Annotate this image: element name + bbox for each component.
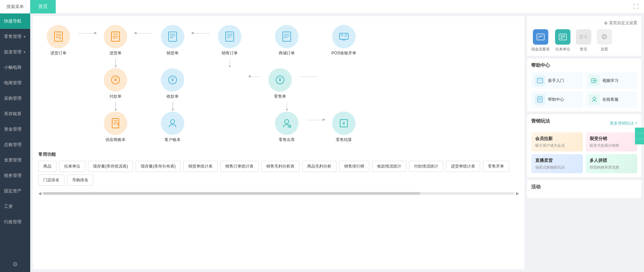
func-btn-goods-profit[interactable]: 商品毛利分析 <box>302 161 336 172</box>
marketing-item-live[interactable]: 直播卖货 场景式购物新玩法 <box>531 154 583 173</box>
func-btn-sales-rank[interactable]: 销售排行榜 <box>339 161 369 172</box>
float-btn-hotline[interactable]: 客服热线 <box>635 128 644 133</box>
node-retail-bill-label: 零售单 <box>274 94 286 99</box>
sidebar-item-quick-nav[interactable]: 快捷导航 <box>0 13 30 29</box>
sidebar-item-retail[interactable]: 零售管理 ▼ <box>0 29 30 44</box>
customize-homepage-button[interactable]: ⚙ 首页自定义设置 <box>604 20 637 26</box>
sidebar-item-purchase[interactable]: 采购管理 <box>0 91 30 106</box>
svg-text:¥: ¥ <box>171 77 174 83</box>
svg-marker-47 <box>593 80 595 82</box>
func-btn-stock-status[interactable]: 现存量(库存状况表) <box>88 161 133 172</box>
marketing-item-group[interactable]: 多人拼团 拼团购物享受优惠 <box>586 154 637 173</box>
sidebar-item-label: 工资 <box>4 203 13 210</box>
func-btn-units[interactable]: 往来单位 <box>59 161 85 172</box>
sidebar-item-xiaochang[interactable]: 小畅电商 <box>0 60 30 75</box>
quick-icon-empty-label: 暂无 <box>580 47 587 52</box>
func-btn-stock-dist[interactable]: 现存量(库存分布表) <box>136 161 181 172</box>
node-retail-settlement[interactable]: ¥ <box>332 111 356 135</box>
func-btn-order-stat[interactable]: 销售订单统计表 <box>220 161 259 172</box>
beginner-icon <box>535 75 545 86</box>
marketing-item-member[interactable]: 会员拉新 吸引用户成为会员 <box>531 132 583 151</box>
marketing-header: 营销玩法 更多营销玩法 > <box>531 118 637 128</box>
gear-icon: ⚙ <box>604 21 608 26</box>
marketing-item-fission[interactable]: 裂变分销 裂变式发展分销商 <box>586 132 637 151</box>
contacts-icon-box <box>555 29 570 45</box>
func-btn-store-rank[interactable]: 门店排名 <box>38 175 64 186</box>
svg-rect-15 <box>283 32 291 41</box>
quick-icon-settings-label: 设置 <box>601 47 608 52</box>
sidebar-item-tax[interactable]: 税务管理 <box>0 168 30 183</box>
node-mall-order[interactable] <box>275 25 298 48</box>
sidebar-item-invoice[interactable]: 发票管理 <box>0 152 30 168</box>
beginner-label: 新手入门 <box>548 78 564 84</box>
fullscreen-button[interactable]: ⛶ <box>633 4 639 10</box>
sidebar-item-inventory[interactable]: 库存核算 <box>0 106 30 122</box>
node-purchase-bill[interactable] <box>104 25 127 48</box>
live-desc: 场景式购物新玩法 <box>535 165 579 170</box>
main-content-panel: 进货订单 ▶ 进货单 <box>33 16 524 269</box>
quick-icons-row: 现金流量表 往来单位 暂无 暂无 <box>531 29 637 52</box>
func-btn-retail-order[interactable]: 零售开单 <box>483 161 509 172</box>
func-btn-guide-rank[interactable]: 导购排名 <box>67 175 93 186</box>
func-btn-receipt-stat[interactable]: 收款情况统计 <box>372 161 406 172</box>
help-items-grid: 新手入门 视频学习 帮助中心 <box>531 73 637 107</box>
node-retail-outbound-label: 零售出库 <box>279 137 295 143</box>
sidebar-item-fixed-assets[interactable]: 固定资产 <box>0 183 30 199</box>
common-functions-title: 常用功能 <box>38 151 519 157</box>
quick-icon-empty[interactable]: 暂无 暂无 <box>576 29 591 52</box>
sidebar-item-label: 电商管理 <box>4 80 21 86</box>
quick-icon-contacts[interactable]: 往来单位 <box>555 29 570 52</box>
marketing-items-grid: 会员拉新 吸引用户成为会员 裂变分销 裂变式发展分销商 直播卖货 场景式购物新玩… <box>531 132 637 173</box>
svg-text:¥: ¥ <box>114 77 117 83</box>
svg-rect-11 <box>226 32 234 41</box>
helpcenter-label: 帮助中心 <box>548 97 564 102</box>
func-btn-goods[interactable]: 商品 <box>38 161 56 172</box>
tab-home[interactable]: 首页 <box>30 0 56 13</box>
func-btn-purchase-stat[interactable]: 进货单统计表 <box>446 161 480 172</box>
help-item-beginner[interactable]: 新手入门 <box>531 73 583 89</box>
node-payment-bill[interactable]: ¥ <box>104 68 127 92</box>
node-purchase-order-label: 进货订单 <box>50 50 66 56</box>
tab-home-label: 首页 <box>38 4 48 10</box>
float-btn-community[interactable]: 服务社区 <box>635 133 644 139</box>
sidebar-item-payroll[interactable]: 工资 <box>0 199 30 214</box>
sidebar-item-funds[interactable]: 资金管理 <box>0 122 30 137</box>
node-supplier-account[interactable] <box>104 111 127 135</box>
flow-diagram: 进货订单 ▶ 进货单 <box>38 21 519 146</box>
scroll-right-arrow[interactable]: ▶ <box>516 191 519 196</box>
quick-icon-settings[interactable]: ⚙ 设置 <box>597 29 612 52</box>
node-purchase-order[interactable] <box>47 25 70 48</box>
node-sales-order[interactable] <box>218 25 241 48</box>
node-retail-outbound[interactable] <box>275 111 298 135</box>
fission-title: 裂变分销 <box>590 136 633 142</box>
quick-icon-cashflow[interactable]: 现金流量表 <box>531 29 550 52</box>
sidebar-item-general-ledger[interactable]: 总账管理 <box>0 137 30 152</box>
func-btn-payment-stat[interactable]: 付款情况统计 <box>409 161 443 172</box>
node-receipt-bill[interactable]: ¥ <box>161 68 184 92</box>
help-item-video[interactable]: 视频学习 <box>586 73 637 89</box>
func-btn-sales-profit[interactable]: 销售毛利分析表 <box>261 161 300 172</box>
sidebar-item-label: 零售管理 <box>4 34 21 40</box>
func-btn-sales-stat[interactable]: 销货单统计表 <box>183 161 218 172</box>
help-item-helpcenter[interactable]: 帮助中心 <box>531 91 583 107</box>
float-btn-desktop[interactable]: 桌面快捷 <box>635 139 644 144</box>
sidebar-item-wholesale[interactable]: 批发管理 ▼ <box>0 44 30 60</box>
node-mall-order-label: 商城订单 <box>279 50 295 56</box>
node-pos-cashier[interactable] <box>332 25 356 48</box>
sidebar-item-admin[interactable]: 行政管理 <box>0 214 30 230</box>
node-retail-bill[interactable]: ¥ <box>268 68 292 92</box>
function-buttons-grid: 商品 往来单位 现存量(库存状况表) 现存量(库存分布表) 销货单统计表 销售订… <box>38 161 519 186</box>
search-menu[interactable]: 搜索菜单 <box>0 0 30 13</box>
horizontal-scrollbar[interactable]: ◀ ▶ <box>38 191 519 196</box>
help-center-title: 帮助中心 <box>531 62 637 69</box>
quick-icon-cashflow-label: 现金流量表 <box>531 47 550 52</box>
help-item-online-service[interactable]: 在线客服 <box>586 91 637 107</box>
sidebar-item-label: 小畅电商 <box>4 64 21 71</box>
help-center-section: 帮助中心 新手入门 视频学习 <box>527 58 641 111</box>
node-sales-bill[interactable] <box>161 25 184 48</box>
node-customer-account[interactable] <box>161 111 184 135</box>
scroll-left-arrow[interactable]: ◀ <box>38 191 41 196</box>
more-marketing-link[interactable]: 更多营销玩法 > <box>610 121 637 126</box>
sidebar-item-ecommerce[interactable]: 电商管理 <box>0 75 30 91</box>
sidebar-settings-button[interactable]: ⚙ <box>0 257 30 272</box>
